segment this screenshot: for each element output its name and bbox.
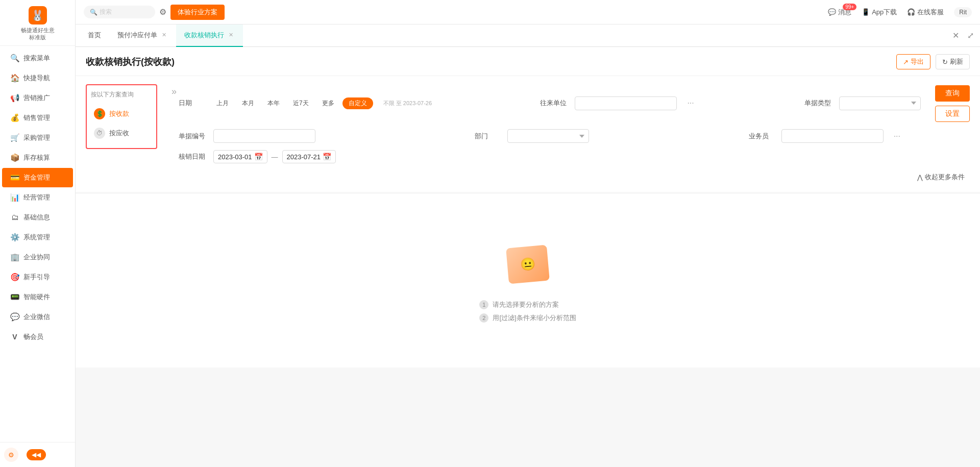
sidebar-item-quicknav[interactable]: 🏠 快捷导航 <box>2 68 73 88</box>
sidebar-item-member[interactable]: V 畅会员 <box>2 327 73 347</box>
doc-type-select[interactable] <box>839 96 921 110</box>
sidebar-item-label: 智能硬件 <box>23 292 50 302</box>
empty-hint-2: 2 用[过滤]条件来缩小分析范围 <box>479 313 576 323</box>
filter-row-1: 日期 上月 本月 本年 近7天 更多 自定义 不限 至 2023-07-26 往… <box>179 84 970 122</box>
staff-input[interactable] <box>781 129 884 143</box>
tab-receipt[interactable]: 收款核销执行 ✕ <box>176 24 243 47</box>
page-title: 收款核销执行(按收款) <box>86 56 175 74</box>
filter-option-by-receivable[interactable]: ⏱ 按应收 <box>91 124 152 143</box>
sidebar-item-wechat[interactable]: 💬 企业微信 <box>2 307 73 327</box>
partner-input[interactable] <box>575 96 677 110</box>
collapse-chevron-icon: ⋀ <box>917 174 923 181</box>
filter-row-2: 单据编号 部门 业务员 ··· <box>179 129 970 143</box>
date-pill-more[interactable]: 更多 <box>317 97 339 109</box>
date-pill-last7days[interactable]: 近7天 <box>288 97 314 109</box>
filter-row-3: 核销日期 2023-03-01 📅 — 2023-07-21 📅 <box>179 150 970 163</box>
by-receipt-label: 按收款 <box>109 109 129 118</box>
sidebar-item-basic[interactable]: 🗂 基础信息 <box>2 208 73 227</box>
sidebar-menu: 🔍 搜索菜单 🏠 快捷导航 📢 营销推广 💰 销售管理 🛒 采购管理 📦 库存核… <box>0 46 75 442</box>
calendar-start-icon: 📅 <box>254 153 263 161</box>
verify-date-start-val: 2023-03-01 <box>218 153 252 161</box>
topbar-search-placeholder: 搜索 <box>100 8 112 16</box>
prepay-tab-close[interactable]: ✕ <box>160 31 168 39</box>
topbar-app-download[interactable]: 📱 App下载 <box>862 8 897 17</box>
date-pill-last-month[interactable]: 上月 <box>211 97 234 109</box>
sidebar-item-label: 经营管理 <box>23 193 50 202</box>
sidebar-item-operation[interactable]: 📊 经营管理 <box>2 188 73 207</box>
home-tab-label: 首页 <box>88 31 101 40</box>
prepay-tab-label: 预付冲应付单 <box>117 31 157 40</box>
setting-button[interactable]: 设置 <box>935 106 970 122</box>
date-no-limit: 不限 至 2023-07-26 <box>383 100 432 107</box>
sidebar-item-system[interactable]: ⚙️ 系统管理 <box>2 228 73 247</box>
verify-date-end-val: 2023-07-21 <box>287 153 321 161</box>
date-pill-custom[interactable]: 自定义 <box>342 97 373 109</box>
message-icon: 💬 <box>828 8 836 16</box>
partner-ellipsis-icon[interactable]: ··· <box>685 99 696 108</box>
sidebar-item-marketing[interactable]: 📢 营销推广 <box>2 88 73 108</box>
sidebar-item-enterprise[interactable]: 🏢 企业协同 <box>2 248 73 267</box>
finance-icon: 💳 <box>10 173 19 182</box>
enterprise-icon: 🏢 <box>10 253 19 262</box>
staff-ellipsis-icon[interactable]: ··· <box>892 132 902 141</box>
sidebar-logo: 🐰 畅捷通好生意 标准版 <box>0 0 75 46</box>
date-pill-this-year[interactable]: 本年 <box>262 97 285 109</box>
refresh-button[interactable]: ↻ 刷新 <box>936 54 970 69</box>
tab-close-all-icon[interactable]: ✕ <box>950 29 961 42</box>
receipt-tab-close[interactable]: ✕ <box>227 31 235 39</box>
tab-prepay[interactable]: 预付冲应付单 ✕ <box>109 24 176 47</box>
date-label: 日期 <box>179 99 203 108</box>
date-pills: 上月 本月 本年 近7天 更多 自定义 <box>211 97 373 109</box>
sidebar-item-purchase[interactable]: 🛒 采购管理 <box>2 128 73 148</box>
empty-illustration: 😐 <box>497 239 558 290</box>
verify-date-start-input[interactable]: 2023-03-01 📅 <box>213 150 267 163</box>
topbar-message-button[interactable]: 💬 消息 99+ <box>828 8 851 17</box>
date-range-separator: — <box>272 153 278 161</box>
collapse-icon: ◀◀ <box>32 451 41 458</box>
sidebar-bottom: ⚙ ◀◀ <box>0 442 75 467</box>
empty-hints: 1 请先选择要分析的方案 2 用[过滤]条件来缩小分析范围 <box>479 300 576 323</box>
tab-expand-icon[interactable]: ⤢ <box>965 29 976 42</box>
export-button[interactable]: ↗ 导出 <box>896 54 930 69</box>
filter-actions: 查询 设置 <box>935 84 970 122</box>
settings-icon[interactable]: ⚙ <box>4 448 18 462</box>
verify-date-end-input[interactable]: 2023-07-21 📅 <box>282 150 336 163</box>
dept-select[interactable] <box>507 129 589 143</box>
sidebar-item-label: 采购管理 <box>23 133 50 142</box>
sidebar-item-hardware[interactable]: 📟 智能硬件 <box>2 287 73 307</box>
app-download-label: App下载 <box>872 8 897 17</box>
industry-solution-button[interactable]: 体验行业方案 <box>170 5 225 20</box>
export-icon: ↗ <box>903 58 909 66</box>
filter-scheme-panel: 按以下方案查询 💲 按收款 ⏱ 按应收 <box>86 84 157 149</box>
sidebar-item-label: 营销推广 <box>23 93 50 103</box>
sidebar-item-search[interactable]: 🔍 搜索菜单 <box>2 48 73 68</box>
sidebar-item-finance[interactable]: 💳 资金管理 <box>2 168 73 187</box>
operation-icon: 📊 <box>10 193 19 202</box>
sidebar-item-guide[interactable]: 🎯 新手引导 <box>2 267 73 287</box>
topbar-right: 💬 消息 99+ 📱 App下载 🎧 在线客服 Rit <box>828 7 972 17</box>
refresh-label: 刷新 <box>950 57 963 66</box>
topbar-customer-service[interactable]: 🎧 在线客服 <box>907 8 944 17</box>
filter-option-by-receipt[interactable]: 💲 按收款 <box>91 104 152 124</box>
topbar-user-info[interactable]: Rit <box>954 7 972 17</box>
member-icon: V <box>10 333 19 341</box>
filter-area: 按以下方案查询 💲 按收款 ⏱ 按应收 » 日期 <box>76 76 980 192</box>
collapse-more-button[interactable]: ⋀ 收起更多条件 <box>912 170 970 184</box>
sidebar-item-label: 资金管理 <box>23 173 50 182</box>
sidebar-collapse-button[interactable]: ◀◀ <box>27 449 46 460</box>
empty-state: 😐 1 请先选择要分析的方案 2 用[过滤]条件来缩小分析范围 <box>76 194 980 367</box>
sidebar-item-label: 企业协同 <box>23 253 50 262</box>
empty-box-face-icon: 😐 <box>520 257 536 273</box>
date-pill-this-month[interactable]: 本月 <box>237 97 259 109</box>
wechat-icon: 💬 <box>10 312 19 322</box>
topbar-search-box[interactable]: 🔍 搜索 <box>84 6 155 18</box>
doc-num-input[interactable] <box>213 129 315 143</box>
sidebar-item-inventory[interactable]: 📦 库存核算 <box>2 148 73 167</box>
query-button[interactable]: 查询 <box>935 85 970 102</box>
topbar-left: 🔍 搜索 ⚙ 体验行业方案 <box>84 5 822 20</box>
topbar-gear-icon[interactable]: ⚙ <box>159 7 166 17</box>
empty-hint-2-text: 用[过滤]条件来缩小分析范围 <box>493 313 576 323</box>
tab-home[interactable]: 首页 <box>80 24 109 47</box>
sidebar-item-sales[interactable]: 💰 销售管理 <box>2 108 73 128</box>
filter-scheme-collapse-button[interactable]: » <box>169 86 179 97</box>
